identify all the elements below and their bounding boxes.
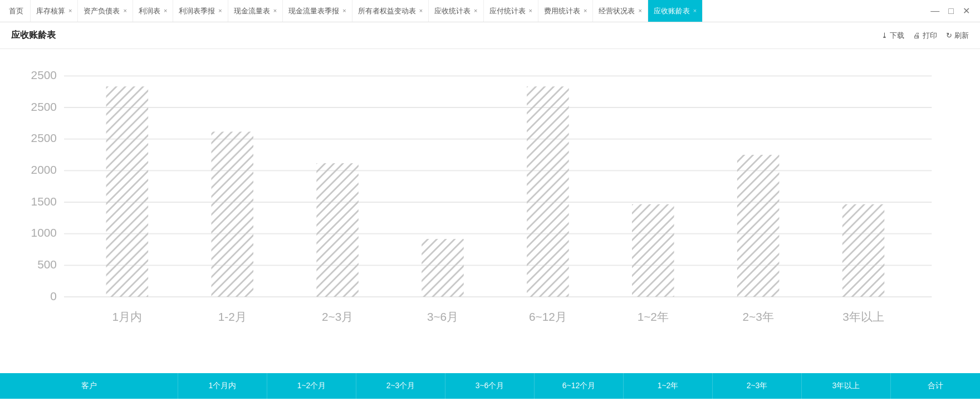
tab-cashflow-quarterly-close[interactable]: × [342,8,346,14]
page-title: 应收账龄表 [11,30,56,41]
tab-inventory[interactable]: 库存核算 × [31,0,78,22]
tab-equity-label: 所有者权益变动表 [358,6,416,16]
tab-profit-close[interactable]: × [164,8,167,14]
empty-state [0,399,980,401]
col-3-6months: 3~6个月 [445,373,535,399]
col-1-2months: 1~2个月 [267,373,356,399]
col-2-3years: 2~3年 [713,373,802,399]
download-label: 下载 [890,31,904,41]
tab-operations-label: 经营状况表 [599,6,635,16]
download-icon: ⤓ [881,31,888,40]
window-maximize-button[interactable]: □ [945,4,957,18]
print-button[interactable]: 🖨 打印 [913,31,937,41]
table-header: 客户 1个月内 1~2个月 2~3个月 3~6个月 6~12个月 1~2年 2~… [0,373,980,399]
tab-profit-quarterly[interactable]: 利润表季报 × [173,0,228,22]
window-minimize-button[interactable]: — [927,4,943,18]
col-customer: 客户 [0,373,178,399]
svg-text:1000: 1000 [31,226,57,239]
col-3plus-years: 3年以上 [802,373,891,399]
tab-ar-aging[interactable]: 应收账龄表 × [648,0,703,22]
bar-6-12-months [527,86,569,297]
bar-3-plus-years [842,204,885,297]
page-header: 应收账龄表 ⤓ 下载 🖨 打印 ↻ 刷新 [0,22,980,49]
tab-profit-label: 利润表 [139,6,160,16]
window-controls: — □ ✕ [927,3,978,18]
tab-balance-label: 资产负债表 [84,6,120,16]
tab-profit[interactable]: 利润表 × [133,0,173,22]
tab-expense-summary-label: 费用统计表 [544,6,580,16]
print-icon: 🖨 [913,31,920,40]
tab-ap-summary-label: 应付统计表 [489,6,526,16]
tab-bar: 首页 库存核算 × 资产负债表 × 利润表 × 利润表季报 × 现金流量表 × … [0,0,980,22]
print-label: 打印 [923,31,937,41]
col-2-3months: 2~3个月 [356,373,445,399]
main-content: 2500 2500 2500 2000 1500 1000 500 0 [0,49,980,401]
col-total: 合计 [891,373,980,399]
svg-text:1-2月: 1-2月 [218,310,247,323]
download-button[interactable]: ⤓ 下载 [881,31,904,41]
tab-operations-close[interactable]: × [638,8,641,14]
tab-ap-summary[interactable]: 应付统计表 × [484,0,538,22]
tab-cashflow-label: 现金流量表 [234,6,270,16]
tab-ar-summary-label: 应收统计表 [434,6,471,16]
tab-ar-aging-label: 应收账龄表 [654,6,690,16]
col-1-2years: 1~2年 [624,373,713,399]
home-tab-label: 首页 [9,6,23,16]
bar-1-month [106,86,149,297]
tab-profit-quarterly-label: 利润表季报 [179,6,215,16]
bar-2-3-months [316,163,359,297]
svg-text:3~6月: 3~6月 [427,310,458,323]
refresh-button[interactable]: ↻ 刷新 [946,31,969,41]
tab-ar-summary-close[interactable]: × [474,8,477,14]
svg-text:2500: 2500 [31,100,57,113]
refresh-icon: ↻ [946,31,952,40]
tab-cashflow-quarterly[interactable]: 现金流量表季报 × [283,0,352,22]
page-actions: ⤓ 下载 🖨 打印 ↻ 刷新 [881,31,969,41]
svg-text:2~3月: 2~3月 [322,310,353,323]
svg-text:1500: 1500 [31,195,57,208]
tab-profit-quarterly-close[interactable]: × [218,8,222,14]
tab-balance[interactable]: 资产负债表 × [78,0,133,22]
tab-expense-summary-close[interactable]: × [584,8,587,14]
col-6-12months: 6~12个月 [535,373,624,399]
svg-text:6~12月: 6~12月 [529,310,567,323]
bar-3-6-months [422,239,464,297]
tab-equity[interactable]: 所有者权益变动表 × [352,0,429,22]
tab-cashflow[interactable]: 现金流量表 × [228,0,283,22]
svg-text:0: 0 [50,290,57,302]
tab-balance-close[interactable]: × [123,8,126,14]
tab-equity-close[interactable]: × [419,8,423,14]
tab-home[interactable]: 首页 [2,0,31,22]
svg-text:1月内: 1月内 [112,310,143,323]
svg-text:2500: 2500 [31,131,57,144]
tab-ap-summary-close[interactable]: × [529,8,532,14]
window-close-button[interactable]: ✕ [959,3,973,18]
tab-cashflow-close[interactable]: × [273,8,277,14]
svg-text:1~2年: 1~2年 [638,310,669,323]
col-1month: 1个月内 [178,373,267,399]
bar-1-2-months [211,131,253,297]
tab-ar-summary[interactable]: 应收统计表 × [429,0,483,22]
refresh-label: 刷新 [954,31,969,41]
tab-inventory-close[interactable]: × [68,8,72,14]
chart-section: 2500 2500 2500 2000 1500 1000 500 0 [0,49,980,373]
tab-ar-aging-close[interactable]: × [693,8,697,14]
svg-text:2~3年: 2~3年 [743,310,774,323]
bar-chart: 2500 2500 2500 2000 1500 1000 500 0 [17,60,963,355]
tab-cashflow-quarterly-label: 现金流量表季报 [288,6,339,16]
svg-text:2500: 2500 [31,69,57,81]
bar-1-2-years [632,204,674,297]
bar-2-3-years [737,155,780,297]
tab-operations[interactable]: 经营状况表 × [593,0,648,22]
tab-expense-summary[interactable]: 费用统计表 × [538,0,593,22]
svg-text:3年以上: 3年以上 [842,310,884,323]
svg-text:500: 500 [37,258,57,271]
svg-text:2000: 2000 [31,163,57,176]
tab-inventory-label: 库存核算 [36,6,65,16]
